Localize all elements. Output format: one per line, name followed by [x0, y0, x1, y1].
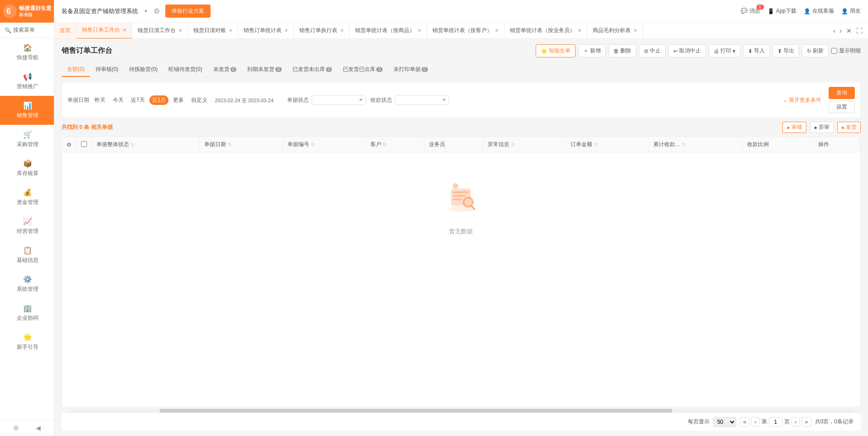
print-btn[interactable]: 🖨 打印 ▾ [709, 44, 740, 57]
sort-abnormal-icon[interactable]: ⇅ [511, 142, 514, 147]
set-btn[interactable]: 设置 [829, 101, 855, 113]
tab-gross-profit-close[interactable]: ✕ [633, 28, 637, 33]
message-btn[interactable]: 💬 消息 6 [741, 7, 760, 15]
sort-amount-icon[interactable]: ⇅ [594, 142, 597, 147]
page-title: 销售订单工作台 [62, 46, 112, 56]
tab-prev-btn[interactable]: ‹ [831, 26, 837, 35]
sub-tab-not-printed[interactable]: 未打印单据0 [388, 63, 433, 77]
sidebar-nav-item-operations[interactable]: 📈 经营管理 [0, 212, 54, 241]
tab-sales-order[interactable]: 销售订单工作台 ✕ [77, 23, 132, 39]
tab-cash-reconcile[interactable]: 钱货日清对账 ✕ [188, 23, 238, 39]
tab-sales-sum-product[interactable]: 销货单统计表（按商品） ✕ [350, 23, 427, 39]
tab-gross-profit[interactable]: 商品毛利分析表 ✕ [587, 23, 643, 39]
sidebar-nav-item-guide[interactable]: 🌟 新手引导 [0, 327, 54, 356]
scrollbar-thumb[interactable] [159, 409, 672, 412]
tab-sales-stat[interactable]: 销售订单统计表 ✕ [238, 23, 294, 39]
prev-page-btn[interactable]: ‹ [751, 417, 759, 427]
review-btn[interactable]: ● 审核 [782, 122, 806, 133]
delete-btn[interactable]: 🗑 删除 [609, 44, 636, 57]
collapse-btn[interactable]: ◀ [36, 424, 41, 431]
sidebar-nav-item-quick-nav[interactable]: 🏠 快捷导航 [0, 38, 54, 67]
sub-tab-not-shipped[interactable]: 未发货0 [208, 63, 242, 77]
cancel-review-btn[interactable]: ● 弃审 [810, 122, 834, 133]
filter-status-select[interactable] [312, 95, 366, 105]
filter-payment-select[interactable] [395, 95, 449, 105]
page-size-select[interactable]: 10 20 50 100 [713, 417, 736, 427]
select-all-checkbox[interactable] [81, 141, 87, 147]
sub-tab-pending-check[interactable]: 待拣验货(0) [124, 63, 163, 77]
filter-date-yesterday[interactable]: 昨天 [92, 95, 108, 105]
sidebar-nav-item-inventory[interactable]: 📦 库存核算 [0, 154, 54, 183]
overdue-badge: 0 [275, 67, 282, 72]
sidebar-nav-item-sales[interactable]: 📊 销售管理 [0, 96, 54, 125]
sidebar-nav-item-marketing[interactable]: 📢 营销推广 [0, 67, 54, 96]
review-label: 审核 [791, 123, 802, 131]
settings-bottom-btn[interactable]: ⚙ [13, 424, 19, 431]
show-detail-checkbox[interactable] [831, 48, 837, 54]
pause-btn[interactable]: ⊘ 中止 [639, 44, 666, 57]
sort-customer-icon[interactable]: ⇅ [383, 142, 386, 147]
online-service-btn[interactable]: 👤 在线客服 [804, 7, 834, 15]
sidebar-nav-item-system[interactable]: ⚙️ 系统管理 [0, 270, 54, 299]
sub-tab-wangpu[interactable]: 旺铺待发货(0) [163, 63, 208, 77]
app-download-btn[interactable]: 📱 App下载 [767, 7, 796, 15]
cancel-pause-btn[interactable]: ↩ 取消中止 [668, 44, 706, 57]
sort-number-icon[interactable]: ⇅ [311, 142, 314, 147]
tab-sales-sum-customer[interactable]: 销货单统计表（按客户） ✕ [427, 23, 504, 39]
tab-sales-exec[interactable]: 销售订单执行表 ✕ [294, 23, 350, 39]
col-settings[interactable]: ⚙ [62, 137, 77, 152]
guide-icon: 🌟 [23, 333, 32, 341]
industry-btn[interactable]: 体验行业方案 [165, 5, 211, 18]
user-btn[interactable]: 👤 用友 [841, 7, 861, 15]
sort-date-icon[interactable]: ⇅ [228, 142, 231, 147]
tab-sales-sum-product-close[interactable]: ✕ [417, 28, 421, 33]
tab-sales-sum-customer-close[interactable]: ✕ [495, 28, 499, 33]
tab-sales-stat-close[interactable]: ✕ [284, 28, 288, 33]
sub-tab-pending-review[interactable]: 待审核(0) [90, 63, 124, 77]
sidebar-nav-item-finance[interactable]: 💰 资金管理 [0, 183, 54, 212]
query-btn[interactable]: 查询 [829, 87, 855, 99]
next-page-btn[interactable]: › [791, 417, 800, 427]
tab-cash-daily[interactable]: 钱货日清工作台 ✕ [132, 23, 188, 39]
filter-date-1month[interactable]: 近1月 [149, 95, 169, 105]
smart-create-btn[interactable]: ⭐ 智能生单 [536, 44, 575, 57]
export-btn[interactable]: ⬆ 导出 [772, 44, 799, 57]
sidebar-search[interactable]: 🔍 搜索菜单 [0, 23, 54, 38]
sub-tab-shipped-out[interactable]: 已发货已出库0 [337, 63, 388, 77]
show-detail-label[interactable]: 显示明细 [831, 47, 861, 55]
tab-next-btn[interactable]: › [838, 26, 844, 35]
tab-sales-sum-staff-close[interactable]: ✕ [578, 28, 581, 33]
tab-close-all-btn[interactable]: ✕ [844, 26, 854, 35]
tab-sales-order-close[interactable]: ✕ [123, 28, 126, 33]
sort-received-icon[interactable]: ⇅ [681, 142, 685, 147]
sidebar-nav-item-purchase[interactable]: 🛒 采购管理 [0, 125, 54, 154]
system-title-dropdown-icon[interactable]: ▼ [144, 9, 148, 14]
tab-cash-reconcile-close[interactable]: ✕ [229, 28, 232, 33]
tab-fullscreen-btn[interactable]: ⛶ [854, 26, 864, 35]
horizontal-scrollbar[interactable] [69, 409, 854, 412]
col-checkbox[interactable] [77, 137, 92, 152]
filter-expand-btn[interactable]: ⌄ 展开更多条件 [783, 96, 821, 104]
refresh-btn[interactable]: ↻ 刷新 [802, 44, 829, 57]
filter-date-more[interactable]: 更多 [170, 95, 187, 105]
sort-status-icon[interactable]: ⇅ [130, 142, 134, 147]
page-number-input[interactable] [769, 417, 782, 427]
sub-tab-all[interactable]: 全部(0) [62, 63, 90, 77]
tab-sales-exec-close[interactable]: ✕ [340, 28, 344, 33]
filter-date-today[interactable]: 今天 [110, 95, 126, 105]
add-btn[interactable]: ＋ 新增 [578, 44, 606, 57]
first-page-btn[interactable]: « [740, 417, 749, 427]
tab-home[interactable]: 首页 [54, 23, 77, 39]
sidebar-nav-item-base-info[interactable]: 📋 基础信息 [0, 241, 54, 270]
sub-tab-overdue[interactable]: 到期未发货0 [242, 63, 287, 77]
tab-sales-sum-staff[interactable]: 销货单统计表（按业务员） ✕ [504, 23, 587, 39]
filter-date-7days[interactable]: 近7天 [128, 95, 148, 105]
topbar-gear-icon[interactable]: ⚙ [153, 7, 160, 15]
filter-date-custom[interactable]: 自定义 [188, 95, 210, 105]
tab-cash-daily-close[interactable]: ✕ [178, 28, 182, 33]
last-page-btn[interactable]: » [801, 417, 811, 427]
import-btn[interactable]: ⬇ 导入 [743, 44, 770, 57]
sub-tab-shipped-not-out[interactable]: 已发货未出库0 [287, 63, 338, 77]
sidebar-nav-item-enterprise[interactable]: 🏢 企业协同 [0, 299, 54, 327]
ship-btn[interactable]: ● 发货 [837, 122, 861, 133]
